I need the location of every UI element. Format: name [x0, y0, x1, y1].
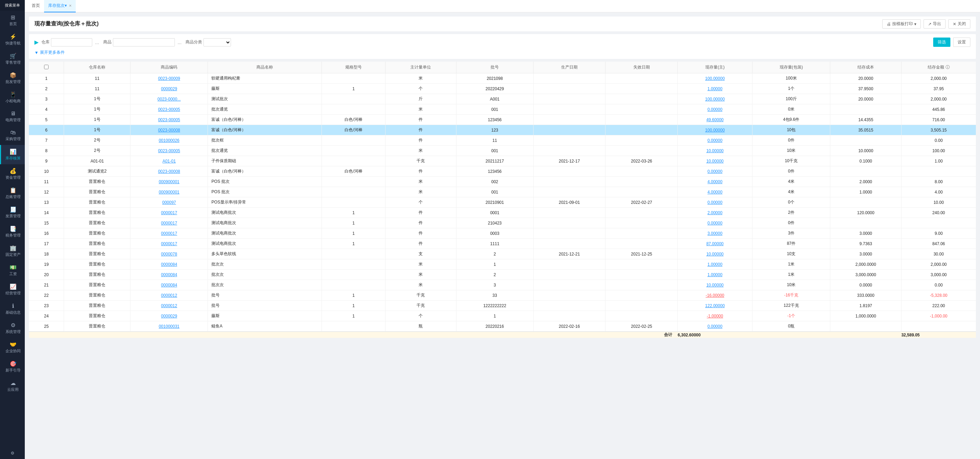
qty-link[interactable]: 100.00000 [705, 97, 725, 102]
code-link[interactable]: 0023-00005 [158, 107, 180, 112]
sidebar-item-invoice[interactable]: 🧾 发票管理 [0, 203, 25, 222]
sidebar-item-basicinfo[interactable]: ℹ 基础信息 [0, 299, 25, 319]
code-link[interactable]: 0023-0000... [158, 97, 181, 102]
goods-ellipsis-button[interactable]: ... [176, 40, 183, 45]
code-link[interactable]: 0000084 [161, 262, 177, 267]
sidebar-item-finance[interactable]: 💰 资金管理 [0, 164, 25, 183]
sidebar-item-quicknav[interactable]: ⚡ 快捷导航 [0, 30, 25, 49]
qty-link[interactable]: 10.00000 [706, 159, 724, 164]
qty-link[interactable]: 10.00000 [706, 148, 724, 153]
code-link[interactable]: A01-01 [162, 159, 176, 164]
select-all-checkbox[interactable] [44, 65, 49, 69]
cell-spec: 白色/河棒 [322, 115, 385, 125]
sidebar-item-retail[interactable]: 🛒 零售管理 [0, 49, 25, 69]
print-button[interactable]: 🖨 按模板打印 ▾ [882, 19, 921, 29]
sidebar-item-wholesale[interactable]: 📦 批发管理 [0, 69, 25, 88]
tab-inventory-batch[interactable]: 库存批次▾ ✕ [44, 0, 76, 13]
sidebar-item-operations[interactable]: 📈 经营管理 [0, 280, 25, 299]
code-link[interactable]: 0000084 [161, 273, 177, 277]
code-link[interactable]: 0000029 [161, 86, 177, 91]
qty-link[interactable]: 0.00000 [707, 200, 722, 205]
search-button[interactable]: 筛选 [933, 38, 950, 47]
qty-link[interactable]: 1.00000 [707, 86, 722, 91]
cell-unit: 件 [385, 115, 456, 125]
warehouse-input[interactable] [51, 38, 92, 46]
code-link[interactable]: 0023-00008 [158, 169, 180, 174]
sidebar-item-cloud[interactable]: ☁ 云应用 [0, 376, 25, 396]
collab-icon: 🤝 [2, 341, 24, 348]
filter-expand-arrow[interactable]: ▶ [34, 39, 38, 45]
qty-link[interactable]: 10.00000 [706, 283, 724, 287]
cell-cost: 14.4355 [830, 115, 901, 125]
code-link[interactable]: 0023-00008 [158, 128, 180, 132]
qty-link[interactable]: 0.00000 [707, 169, 722, 174]
qty-link[interactable]: -16.00000 [706, 293, 724, 298]
sidebar-item-collab[interactable]: 🤝 企业协同 [0, 338, 25, 357]
cell-expire [606, 73, 678, 84]
cell-produce [533, 135, 606, 146]
cell-unit: 件 [385, 218, 456, 228]
qty-link[interactable]: 100.00000 [705, 128, 725, 132]
code-link[interactable]: 0000084 [161, 283, 177, 287]
sidebar-item-system[interactable]: ⚙ 系统管理 [0, 319, 25, 338]
qty-link[interactable]: 4.00000 [707, 179, 722, 184]
sidebar-item-salary[interactable]: 💵 工资 [0, 261, 25, 280]
code-link[interactable]: 001000031 [159, 324, 179, 329]
qty-link[interactable]: 0.00000 [707, 138, 722, 143]
qty-link[interactable]: 0.00000 [707, 221, 722, 226]
code-link[interactable]: 0023-00009 [158, 76, 180, 81]
cell-batch: 210423 [457, 218, 533, 228]
qty-link[interactable]: 10.00000 [706, 252, 724, 257]
qty-link[interactable]: 122.00000 [705, 303, 725, 308]
qty-link[interactable]: 100.00000 [705, 76, 725, 81]
expand-conditions-button[interactable]: ▼ 展开更多条件 [34, 49, 970, 56]
qty-link[interactable]: 1.00000 [707, 273, 722, 277]
code-link[interactable]: 0023-00005 [158, 118, 180, 122]
sidebar-item-guide[interactable]: 🎯 新手引导 [0, 357, 25, 376]
tab-close-button[interactable]: ✕ [69, 4, 72, 8]
sidebar-item-miniapp[interactable]: 📱 小程电商 [0, 88, 25, 107]
sidebar-search[interactable]: 搜索菜单 [0, 0, 25, 11]
cell-unit: 斤 [385, 94, 456, 104]
code-link[interactable]: 0000017 [161, 241, 177, 246]
code-link[interactable]: 0023-00005 [158, 148, 180, 153]
table-row: 8 2号 0023-00005 批次通览 米 001 10.00000 10米 … [29, 146, 976, 156]
export-button[interactable]: ↗ 导出 [924, 19, 946, 29]
sidebar-item-tax[interactable]: 📑 税务管理 [0, 222, 25, 241]
qty-link[interactable]: 49.60000 [706, 118, 724, 122]
code-link[interactable]: 0000017 [161, 210, 177, 215]
code-link[interactable]: 0000029 [161, 314, 177, 319]
code-link[interactable]: 0000012 [161, 303, 177, 308]
qty-link[interactable]: 3.00000 [707, 231, 722, 236]
cell-expire [606, 104, 678, 115]
sidebar-item-ledger[interactable]: 📋 总账管理 [0, 183, 25, 203]
qty-link[interactable]: -1.00000 [707, 314, 723, 319]
sidebar-item-home[interactable]: ⊞ 首页 [0, 11, 25, 30]
sidebar-item-purchase[interactable]: 🛍 采购管理 [0, 126, 25, 145]
qty-link[interactable]: 1.00000 [707, 262, 722, 267]
code-link[interactable]: 0000078 [161, 252, 177, 257]
close-button[interactable]: ✕ 关闭 [948, 19, 970, 29]
category-select[interactable] [204, 38, 231, 46]
code-link[interactable]: 000900001 [159, 179, 179, 184]
qty-link[interactable]: 0.00000 [707, 107, 722, 112]
qty-link[interactable]: 2.00000 [707, 210, 722, 215]
code-link[interactable]: 000900001 [159, 190, 179, 194]
settings-button[interactable]: 设置 [953, 38, 970, 47]
sidebar-item-inventory[interactable]: 📊 库存核算 [0, 145, 25, 164]
code-link[interactable]: 001000026 [159, 138, 179, 143]
code-link[interactable]: 0000017 [161, 231, 177, 236]
qty-link[interactable]: 4.00000 [707, 190, 722, 194]
sidebar-settings[interactable]: ⚙ [0, 447, 25, 459]
sidebar-item-ecommerce[interactable]: 🖥 电商管理 [0, 107, 25, 126]
sidebar-item-assets[interactable]: 🏢 固定资产 [0, 241, 25, 261]
tab-home[interactable]: 首页 [27, 0, 44, 13]
goods-input[interactable] [113, 38, 175, 46]
code-link[interactable]: 000097 [162, 200, 176, 205]
qty-link[interactable]: 87.00000 [706, 241, 724, 246]
code-link[interactable]: 0000012 [161, 293, 177, 298]
code-link[interactable]: 0000017 [161, 221, 177, 226]
cell-seq: 11 [29, 177, 64, 187]
warehouse-ellipsis-button[interactable]: ... [94, 40, 100, 45]
qty-link[interactable]: 0.00000 [707, 324, 722, 329]
